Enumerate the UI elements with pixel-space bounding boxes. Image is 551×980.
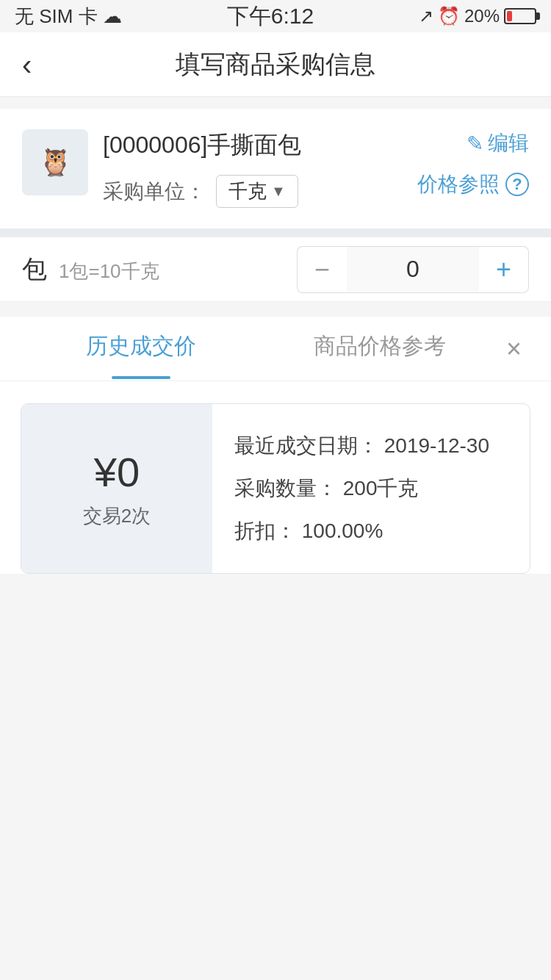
- quantity-value: 0: [406, 256, 419, 283]
- purchase-qty-label: 采购数量：: [234, 477, 337, 500]
- discount-label: 折扣：: [234, 519, 296, 542]
- quantity-controls: − 0 +: [297, 246, 529, 293]
- unit-value: 千克: [228, 179, 267, 204]
- product-name: [0000006]手撕面包: [103, 129, 301, 162]
- recent-date-label: 最近成交日期：: [234, 434, 378, 457]
- product-unit-row: 采购单位： 千克 ▼: [103, 175, 301, 208]
- unit-small: 1包=10千克: [59, 259, 159, 284]
- alarm-icon: ⏰: [438, 6, 460, 26]
- product-logo-icon: 🦉: [39, 147, 72, 178]
- unit-big: 包: [22, 253, 47, 287]
- plus-icon: +: [496, 254, 511, 285]
- price-amount: ¥0: [94, 448, 140, 496]
- back-button[interactable]: ‹: [22, 50, 32, 79]
- tab-close-button[interactable]: ×: [499, 326, 529, 372]
- nav-bar: ‹ 填写商品采购信息: [0, 32, 551, 97]
- minus-icon: −: [314, 254, 330, 285]
- status-right: ↗ ⏰ 20%: [419, 6, 536, 26]
- tab-product-label: 商品价格参考: [314, 334, 446, 358]
- purchase-qty-value: 200千克: [343, 477, 419, 500]
- product-info: [0000006]手撕面包 采购单位： 千克 ▼: [103, 129, 301, 208]
- purchase-qty-row: 采购数量： 200千克: [234, 473, 508, 504]
- dropdown-icon: ▼: [271, 183, 286, 200]
- product-right: ✎ 编辑 价格参照 ?: [417, 129, 529, 198]
- quantity-label: 包 1包=10千克: [22, 253, 159, 287]
- quantity-input[interactable]: 0: [347, 246, 479, 293]
- price-currency: ¥: [94, 449, 117, 495]
- price-value: 0: [117, 449, 140, 495]
- tab-history-label: 历史成交价: [86, 334, 196, 358]
- edit-icon: ✎: [467, 131, 483, 156]
- sim-text: 无 SIM 卡 ☁: [15, 5, 122, 27]
- help-icon: ?: [505, 173, 529, 196]
- price-ref-button[interactable]: 价格参照 ?: [417, 170, 529, 198]
- product-thumbnail: 🦉: [22, 129, 88, 195]
- location-icon: ↗: [419, 6, 433, 26]
- quantity-plus-button[interactable]: +: [479, 246, 529, 293]
- discount-value: 100.00%: [302, 519, 383, 542]
- price-card: ¥0 交易2次 最近成交日期： 2019-12-30 采购数量： 200千克 折…: [21, 403, 530, 574]
- product-card: 🦉 [0000006]手撕面包 采购单位： 千克 ▼ ✎ 编辑 价格参照: [0, 109, 551, 228]
- tab-header: 历史成交价 商品价格参考 ×: [0, 317, 551, 381]
- edit-label: 编辑: [488, 129, 529, 157]
- edit-button[interactable]: ✎ 编辑: [467, 129, 529, 157]
- recent-date-value: 2019-12-30: [384, 434, 489, 457]
- unit-select[interactable]: 千克 ▼: [216, 175, 298, 208]
- page-title: 填写商品采购信息: [176, 48, 375, 82]
- discount-row: 折扣： 100.00%: [234, 516, 508, 547]
- price-ref-label: 价格参照: [417, 170, 500, 198]
- recent-date-row: 最近成交日期： 2019-12-30: [234, 430, 508, 461]
- quantity-minus-button[interactable]: −: [297, 246, 347, 293]
- status-time: 下午6:12: [227, 1, 314, 32]
- close-icon: ×: [506, 334, 522, 364]
- price-left-panel: ¥0 交易2次: [21, 404, 212, 573]
- quantity-row: 包 1包=10千克 − 0 +: [0, 237, 551, 302]
- battery-icon: [504, 8, 536, 24]
- status-bar: 无 SIM 卡 ☁ 下午6:12 ↗ ⏰ 20%: [0, 0, 551, 32]
- tab-panel: 历史成交价 商品价格参考 × ¥0 交易2次 最近成交日期： 2019-12-3…: [0, 317, 551, 574]
- price-trades: 交易2次: [83, 503, 151, 529]
- status-left: 无 SIM 卡 ☁: [15, 4, 122, 29]
- tab-product-price[interactable]: 商品价格参考: [260, 331, 498, 366]
- tab-history-price[interactable]: 历史成交价: [22, 331, 260, 366]
- battery-percent: 20%: [464, 6, 500, 26]
- divider: [0, 228, 551, 237]
- unit-label: 采购单位：: [103, 178, 206, 206]
- price-right-panel: 最近成交日期： 2019-12-30 采购数量： 200千克 折扣： 100.0…: [212, 404, 530, 573]
